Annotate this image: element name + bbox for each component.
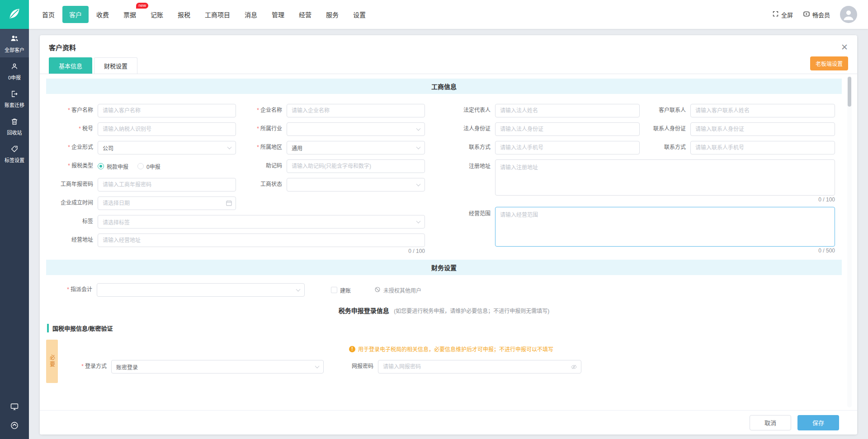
required-login-block: 必要 ! 用于登录电子税局的相关信息，必要信息维护后才可申报；不进行申报可以不填… [46, 340, 842, 383]
radio-dot [98, 163, 104, 169]
nav-item-operation[interactable]: 经营 [292, 6, 318, 23]
topbar-right: 全屏 畅会员 [772, 6, 868, 23]
web-password-input[interactable] [378, 360, 581, 374]
business-scope-counter: 0 / 500 [495, 248, 835, 254]
dialog-tabs: 基本信息 财税设置 老板端设置 [40, 57, 857, 74]
member-button[interactable]: 畅会员 [803, 10, 830, 19]
business-status-select[interactable] [287, 178, 425, 191]
sidebar-item-recycle-bin[interactable]: 回收站 [0, 112, 29, 140]
legal-phone-input[interactable] [495, 141, 640, 154]
business-address-input[interactable] [98, 234, 425, 247]
nav-item-messages[interactable]: 消息 [238, 6, 264, 23]
company-form-select[interactable]: 公司 [98, 141, 236, 154]
person-icon [10, 62, 19, 71]
login-warning: ! 用于登录电子税局的相关信息，必要信息维护后才可申报；不进行申报可以不填写 [61, 340, 842, 353]
login-fields-row: 登录方式 账密登录 网报密码 [61, 360, 842, 374]
no-auth-status: 未授权其他用户 [374, 286, 421, 294]
legal-person-input[interactable] [495, 104, 640, 117]
chevron-down-icon [416, 182, 421, 187]
tab-basic-info[interactable]: 基本信息 [49, 57, 92, 74]
chevron-down-icon [416, 126, 421, 131]
field-label: 企业成立时间 [47, 200, 98, 207]
industry-select[interactable] [287, 122, 425, 136]
radio-tax-declare[interactable]: 税款申报 [98, 163, 128, 170]
guoshui-section-title: 国税申报信息/账密验证 [47, 324, 842, 332]
cancel-button[interactable]: 取消 [750, 415, 791, 430]
assign-accountant-select[interactable] [97, 283, 305, 297]
tags-select[interactable]: 请选择标签 [98, 215, 425, 229]
customer-contact-input[interactable] [690, 104, 835, 117]
jianzhang-checkbox[interactable]: 建账 [331, 286, 351, 294]
login-method-select[interactable]: 账密登录 [111, 360, 324, 374]
device-icon[interactable] [10, 402, 19, 413]
migrate-icon [10, 90, 19, 99]
field-label: 登录方式 [61, 363, 111, 370]
business-form: 客户名称 企业名称 税号 [46, 94, 842, 260]
business-form-left: 客户名称 企业名称 税号 [47, 104, 444, 258]
fullscreen-label: 全屏 [781, 10, 793, 19]
mnemonic-input[interactable] [287, 159, 425, 173]
member-label: 畅会员 [812, 10, 830, 19]
fullscreen-button[interactable]: 全屏 [772, 10, 793, 19]
scrollbar-thumb[interactable] [848, 77, 851, 107]
annual-report-password-input[interactable] [98, 178, 236, 191]
chevron-down-icon [296, 287, 301, 292]
nav-item-invoices[interactable]: 票据 new [117, 6, 143, 23]
finance-settings-row: 指派会计 建账 未授权其他用户 [46, 283, 842, 297]
registered-address-textarea[interactable] [495, 159, 835, 196]
nav-item-customer[interactable]: 客户 [62, 6, 89, 23]
close-icon[interactable]: ✕ [841, 43, 848, 51]
field-label: 工商状态 [236, 181, 287, 188]
checkbox-box [331, 287, 337, 293]
support-icon[interactable] [10, 421, 19, 432]
prohibit-icon [374, 286, 381, 294]
app-logo[interactable] [0, 0, 29, 29]
company-name-input[interactable] [287, 104, 425, 117]
region-select[interactable]: 通用 [287, 141, 425, 154]
nav-item-invoices-label: 票据 [123, 11, 136, 19]
sidebar-item-tag-settings[interactable]: 标签设置 [0, 140, 29, 168]
tax-no-input[interactable] [98, 122, 236, 136]
boss-settings-button[interactable]: 老板端设置 [810, 56, 848, 70]
business-scope-textarea[interactable] [495, 207, 835, 247]
sidebar-item-zero-declare[interactable]: 0申报 [0, 57, 29, 85]
nav-item-management[interactable]: 管理 [265, 6, 291, 23]
field-label: 企业形式 [47, 144, 98, 151]
main-area: 客户资料 ✕ 基本信息 财税设置 老板端设置 工商信息 客户名称 [29, 29, 868, 439]
eye-off-icon[interactable] [571, 364, 577, 372]
sidebar: 全部客户 0申报 账套迁移 回收站 标签设置 [0, 29, 29, 439]
nav-item-services[interactable]: 服务 [319, 6, 345, 23]
sidebar-item-account-migration[interactable]: 账套迁移 [0, 85, 29, 112]
contact-phone-input[interactable] [690, 141, 835, 154]
no-auth-label: 未授权其他用户 [383, 286, 421, 294]
field-label: 法定代表人 [444, 107, 495, 114]
field-label: 联系人身份证 [640, 126, 690, 133]
nav-item-bookkeeping[interactable]: 记账 [144, 6, 170, 23]
contact-id-input[interactable] [690, 122, 835, 136]
tax-login-title: 税务申报登录信息 [339, 307, 389, 314]
save-button[interactable]: 保存 [797, 415, 839, 430]
field-label: 法人身份证 [444, 126, 495, 133]
tag-icon [10, 145, 19, 154]
dialog-body: 工商信息 客户名称 企业名称 [40, 74, 857, 410]
sidebar-item-all-customers[interactable]: 全部客户 [0, 29, 29, 57]
field-label: 指派会计 [46, 286, 97, 294]
radio-zero-declare[interactable]: 0申报 [137, 163, 160, 170]
customer-name-input[interactable] [98, 104, 236, 117]
field-label: 标签 [47, 218, 98, 225]
established-date-input[interactable] [98, 196, 236, 210]
avatar[interactable] [840, 6, 857, 23]
topbar: 首页 客户 收费 票据 new 记账 报税 工商项目 消息 管理 经营 服务 设… [0, 0, 868, 29]
nav-item-fees[interactable]: 收费 [90, 6, 116, 23]
nav-item-business-projects[interactable]: 工商项目 [198, 6, 237, 23]
tax-login-note: (如您要进行税务申报，请维护必要信息；不进行申报则无需填写) [394, 308, 549, 314]
legal-id-input[interactable] [495, 122, 640, 136]
nav-item-settings[interactable]: 设置 [346, 6, 373, 23]
nav-item-tax-filing[interactable]: 报税 [171, 6, 197, 23]
field-label: 联系方式 [640, 144, 690, 151]
section-business-title: 工商信息 [46, 79, 842, 94]
scrollbar-track[interactable] [847, 76, 852, 407]
tab-tax-settings[interactable]: 财税设置 [94, 57, 137, 74]
field-label: 经营地址 [47, 237, 98, 244]
nav-item-home[interactable]: 首页 [35, 6, 61, 23]
